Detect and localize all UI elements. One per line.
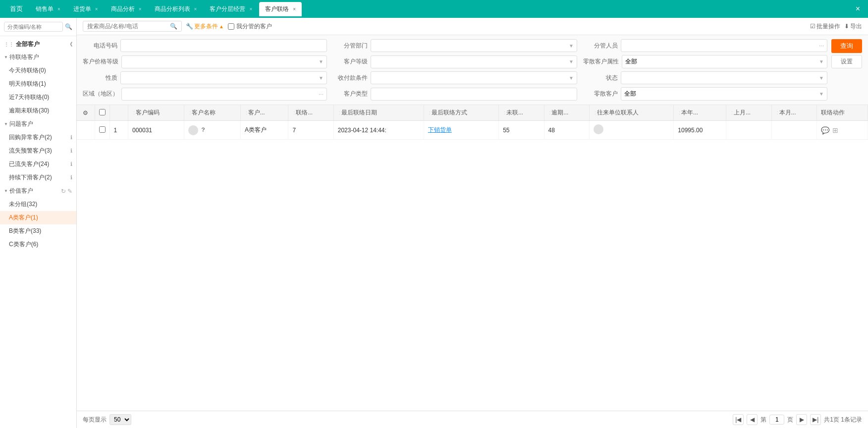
td-gear	[77, 121, 95, 140]
td-this-month	[771, 121, 816, 140]
filter-row-4: 区域（地区） ··· 客户类型 零散客户	[83, 87, 827, 101]
filter-search-box: 🔍	[83, 21, 182, 32]
th-code[interactable]: :客户编码	[128, 105, 184, 121]
th-contact[interactable]: :联络...	[288, 105, 333, 121]
nav-tab-analysis[interactable]: 商品分析 ×	[105, 2, 148, 16]
batch-op-btn[interactable]: ☑ 批量操作	[810, 22, 840, 31]
group-pending-contact[interactable]: ▼ 待联络客户	[0, 51, 76, 64]
td-row-actions: 💬 ⊞	[817, 121, 868, 140]
close-analysis-tab[interactable]: ×	[139, 6, 142, 12]
select-all-checkbox[interactable]	[99, 109, 106, 115]
filter-search-icon[interactable]: 🔍	[170, 23, 177, 30]
query-button[interactable]: 查询	[831, 39, 862, 53]
my-customers-check[interactable]	[228, 23, 234, 30]
prev-page-btn[interactable]: ◀	[747, 414, 758, 425]
status-select[interactable]: ▼	[621, 71, 827, 84]
price-level-select[interactable]: ▼	[121, 55, 327, 68]
person-input[interactable]: ···	[621, 39, 827, 52]
last-page-btn[interactable]: ▶|	[810, 414, 821, 425]
sidebar-item-7days[interactable]: 近7天待联络(0)	[0, 91, 76, 104]
customer-type-input[interactable]	[371, 88, 577, 101]
sidebar-item-declining[interactable]: 持续下滑客户(2) ℹ	[0, 171, 76, 184]
filter-row-2: 客户价格等级 ▼ 客户等级 ▼	[83, 55, 827, 68]
region-input[interactable]: ···	[121, 88, 327, 101]
nature-select[interactable]: ▼	[120, 71, 327, 84]
sidebar-collapse-btn[interactable]: 《	[67, 41, 72, 48]
nav-tab-customer-segment[interactable]: 客户分层经营 ×	[204, 2, 258, 16]
filter-status: 状态 ▼	[583, 71, 827, 84]
table-body: 1 000031 ？ A类客户 7 2023-04-12 14:44:	[77, 121, 868, 140]
first-page-btn[interactable]: |◀	[733, 414, 744, 425]
td-last-contact-date: 2023-04-12 14:44:	[333, 121, 424, 140]
my-customers-checkbox[interactable]: 我分管的客户	[228, 22, 272, 31]
sidebar-item-today[interactable]: 今天待联络(0)	[0, 64, 76, 77]
close-all-tabs[interactable]: ×	[852, 2, 864, 15]
group-value-customers[interactable]: ▼ 价值客户 ↻ ✎	[0, 184, 76, 198]
close-analysis-list-tab[interactable]: ×	[194, 6, 197, 12]
td-overdue: 48	[544, 121, 589, 140]
per-page-select[interactable]: 50	[109, 414, 131, 425]
filter-search-input[interactable]	[87, 23, 168, 30]
more-conditions-btn[interactable]: 🔧 更多条件 ▲	[186, 22, 224, 31]
nav-tab-purchase[interactable]: 进货单 ×	[67, 2, 104, 16]
filter-query-actions: 查询 设置	[831, 39, 862, 101]
sidebar-item-tomorrow[interactable]: 明天待联络(1)	[0, 77, 76, 91]
phone-input[interactable]	[120, 39, 327, 52]
filter-region: 区域（地区） ···	[83, 88, 327, 101]
group-problem-customers[interactable]: ▼ 问题客户	[0, 117, 76, 131]
sidebar-item-unclassified[interactable]: 未分组(32)	[0, 198, 76, 211]
sidebar-item-class-a[interactable]: A类客户(1)	[0, 211, 76, 224]
th-customer-type[interactable]: :客户...	[240, 105, 288, 121]
sidebar-item-churned[interactable]: 已流失客户(24) ℹ	[0, 158, 76, 171]
th-check[interactable]	[95, 105, 109, 121]
setting-button[interactable]: 设置	[831, 55, 862, 68]
sidebar-search-icon[interactable]: 🔍	[65, 23, 72, 30]
info-icon-declining: ℹ	[70, 174, 72, 181]
th-name[interactable]: :客户名称	[184, 105, 240, 121]
td-contact: 7	[288, 121, 333, 140]
th-this-year[interactable]: :本年...	[674, 105, 726, 121]
th-this-month[interactable]: :本月...	[771, 105, 816, 121]
retail-customer-select[interactable]: 全部 ▼	[621, 87, 827, 101]
td-check[interactable]	[95, 121, 109, 140]
sidebar-item-class-b[interactable]: B类客户(33)	[0, 224, 76, 238]
refresh-icon[interactable]: ↻	[61, 188, 66, 195]
export-btn[interactable]: ⬇ 导出	[844, 22, 862, 31]
th-last-contact-method[interactable]: :最后联络方式	[424, 105, 498, 121]
td-unit-contact	[589, 121, 673, 140]
sidebar-item-repurchase-abnormal[interactable]: 回购异常客户(2) ℹ	[0, 131, 76, 144]
sidebar-search-input[interactable]	[4, 22, 63, 32]
th-overdue[interactable]: :逾期...	[544, 105, 589, 121]
th-unit-contact[interactable]: :往来单位联系人	[589, 105, 673, 121]
all-customers-title: ⋮⋮ 全部客户 《	[0, 36, 76, 51]
row-checkbox[interactable]	[99, 126, 106, 133]
customer-level-select[interactable]: ▼	[371, 55, 577, 68]
nav-home[interactable]: 首页	[4, 1, 29, 16]
sidebar-item-class-c[interactable]: C类客户(6)	[0, 238, 76, 251]
close-purchase-tab[interactable]: ×	[95, 6, 98, 12]
nav-tab-analysis-list[interactable]: 商品分析列表 ×	[149, 2, 203, 16]
sidebar-item-overdue[interactable]: 逾期未联络(30)	[0, 104, 76, 117]
page-number-input[interactable]	[769, 415, 784, 425]
th-last-contact-date[interactable]: :最后联络日期	[333, 105, 424, 121]
advanced-filter: 电话号码 分管部门 ▼ 分管人员	[77, 35, 868, 105]
dept-select[interactable]: ▼	[371, 39, 577, 52]
nav-tab-customer-contact[interactable]: 客户联络 ×	[259, 2, 302, 16]
retail-attr-select[interactable]: 全部 ▼	[622, 55, 827, 68]
close-segment-tab[interactable]: ×	[249, 6, 252, 12]
th-no-contact[interactable]: :未联...	[499, 105, 544, 121]
th-gear[interactable]: ⚙	[77, 105, 95, 121]
nav-tab-sales[interactable]: 销售单 ×	[30, 2, 66, 16]
next-page-btn[interactable]: ▶	[796, 414, 807, 425]
payment-select[interactable]: ▼	[371, 71, 577, 84]
sidebar-item-churn-warning[interactable]: 流失预警客户(3) ℹ	[0, 144, 76, 158]
qr-icon[interactable]: ⊞	[832, 126, 838, 134]
edit-icon[interactable]: ✎	[67, 188, 72, 195]
th-last-month[interactable]: :上月...	[726, 105, 771, 121]
unit-contact-avatar	[594, 124, 603, 134]
close-sales-tab[interactable]: ×	[57, 6, 60, 12]
td-last-contact-method[interactable]: 下销货单	[424, 121, 498, 140]
close-contact-tab[interactable]: ×	[293, 6, 296, 12]
chat-icon[interactable]: 💬	[821, 126, 829, 134]
td-code: 000031	[128, 121, 184, 140]
